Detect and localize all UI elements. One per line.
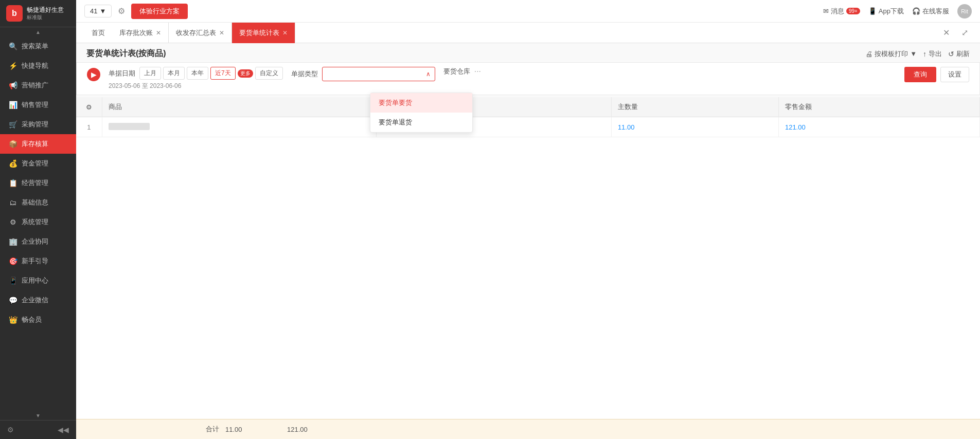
last-7days-btn[interactable]: 近7天	[210, 67, 236, 80]
sidebar-scroll-up[interactable]: ▲	[0, 27, 76, 36]
page-actions: 🖨 按模板打印 ▼ ↑ 导出 ↺ 刷新	[865, 49, 970, 59]
more-dates-badge[interactable]: 更多	[238, 69, 253, 78]
tab-expand-button[interactable]: ⤢	[957, 26, 972, 40]
basic-icon: 🗂	[8, 198, 17, 207]
sidebar-item-appstore[interactable]: 📱 应用中心	[0, 271, 76, 290]
sidebar-item-operations[interactable]: 📋 经营管理	[0, 173, 76, 193]
export-label: 导出	[929, 49, 942, 59]
sidebar-footer: ⚙ ◀◀	[0, 420, 76, 439]
tab-label: 库存批次账	[119, 28, 153, 38]
warehouse-label: 要货仓库	[443, 67, 470, 76]
prev-month-btn[interactable]: 上月	[139, 67, 161, 80]
trial-button[interactable]: 体验行业方案	[131, 4, 188, 19]
footer-label: 合计	[82, 425, 219, 434]
sidebar-item-wechat[interactable]: 💬 企业微信	[0, 290, 76, 310]
col-quantity: 主数量	[611, 97, 778, 117]
row-seq: 1	[76, 117, 102, 137]
date-range-buttons: 上月 本月 本年 近7天 更多 自定义	[139, 67, 283, 80]
marketing-icon: 📢	[8, 81, 17, 90]
sidebar-item-member[interactable]: 👑 畅会员	[0, 310, 76, 330]
topbar-left: 41 ▼ ⚙ 体验行业方案	[84, 4, 188, 19]
row-amount: 121.00	[778, 117, 979, 137]
online-service-item[interactable]: 🎧 在线客服	[912, 7, 949, 16]
app-download-item[interactable]: 📱 App下载	[868, 7, 904, 16]
system-icon: ⚙	[8, 217, 17, 227]
user-avatar[interactable]: Rit	[957, 4, 972, 19]
query-button[interactable]: 查询	[904, 67, 936, 82]
message-item[interactable]: ✉ 消息 99+	[823, 7, 860, 16]
sidebar-item-inventory[interactable]: 📦 库存核算	[0, 134, 76, 154]
export-action[interactable]: ↑ 导出	[923, 49, 942, 59]
sidebar-item-purchase[interactable]: 🛒 采购管理	[0, 115, 76, 134]
app-name: 畅捷通好生意	[27, 6, 64, 14]
sidebar-item-label: 快捷导航	[22, 61, 48, 70]
col-product: 商品	[102, 97, 376, 117]
member-icon: 👑	[8, 315, 17, 324]
sales-icon: 📊	[8, 100, 17, 109]
settings-icon[interactable]: ⚙	[7, 426, 14, 434]
type-select[interactable]: ∧	[322, 67, 435, 81]
sidebar-item-quicknav[interactable]: ⚡ 快捷导航	[0, 56, 76, 76]
sidebar-item-basic[interactable]: 🗂 基础信息	[0, 193, 76, 212]
sidebar-item-label: 营销推广	[22, 81, 48, 90]
tab-close-all-button[interactable]: ✕	[939, 26, 953, 40]
print-action[interactable]: 🖨 按模板打印 ▼	[865, 49, 917, 59]
sidebar-item-search[interactable]: 🔍 搜索菜单	[0, 36, 76, 56]
sidebar-item-finance[interactable]: 💰 资金管理	[0, 154, 76, 173]
footer-quantity: 11.00	[219, 426, 281, 433]
dropdown-item-return[interactable]: 要货单退货	[370, 113, 472, 132]
company-selector[interactable]: 41 ▼	[84, 5, 112, 17]
tabbar-actions: ✕ ⤢	[939, 26, 972, 40]
page-area: 要货单统计表(按商品) 🖨 按模板打印 ▼ ↑ 导出 ↺ 刷新 ▶	[76, 43, 980, 439]
tab-close-icon[interactable]: ✕	[156, 29, 161, 36]
message-label: 消息	[831, 7, 844, 16]
app-download-label: App下载	[879, 7, 904, 16]
tabbar: 首页 库存批次账 ✕ 收发存汇总表 ✕ 要货单统计表 ✕ ✕ ⤢	[76, 23, 980, 43]
curr-month-btn[interactable]: 本月	[163, 67, 185, 80]
collapse-icon[interactable]: ◀◀	[58, 426, 69, 434]
tab-close-icon[interactable]: ✕	[282, 29, 288, 36]
sidebar-item-sales[interactable]: 📊 销售管理	[0, 95, 76, 115]
purchase-icon: 🛒	[8, 120, 17, 129]
enterprise-icon: 🏢	[8, 237, 17, 246]
filter-actions: 查询 设置	[904, 67, 969, 82]
sidebar-scroll-down[interactable]: ▼	[0, 411, 76, 420]
refresh-label: 刷新	[956, 49, 970, 59]
warehouse-more-btn[interactable]: ···	[474, 67, 481, 76]
table-settings-icon[interactable]: ⚙	[86, 103, 92, 111]
operations-icon: 📋	[8, 178, 17, 188]
service-icon: 🎧	[912, 7, 920, 15]
sidebar-item-system[interactable]: ⚙ 系统管理	[0, 212, 76, 232]
filter-expand-button[interactable]: ▶	[87, 68, 100, 81]
sidebar-item-label: 销售管理	[22, 100, 48, 109]
tab-order-stats[interactable]: 要货单统计表 ✕	[232, 23, 295, 43]
topbar-settings-icon[interactable]: ⚙	[118, 6, 125, 16]
app-sub: 标准版	[27, 14, 64, 21]
sidebar-item-label: 应用中心	[22, 276, 48, 285]
tab-close-icon[interactable]: ✕	[219, 29, 224, 36]
sidebar-item-marketing[interactable]: 📢 营销推广	[0, 76, 76, 95]
tab-home[interactable]: 首页	[84, 23, 112, 43]
dropdown-item-order[interactable]: 要货单要货	[370, 93, 472, 113]
data-table: ⚙ 商品 主计量单位 主数量 零售金额 1 块	[76, 97, 980, 137]
tab-collection[interactable]: 收发存汇总表 ✕	[169, 23, 232, 43]
custom-date-btn[interactable]: 自定义	[255, 67, 283, 80]
curr-year-btn[interactable]: 本年	[187, 67, 208, 80]
col-settings[interactable]: ⚙	[76, 97, 102, 117]
page-header: 要货单统计表(按商品) 🖨 按模板打印 ▼ ↑ 导出 ↺ 刷新	[76, 43, 980, 62]
sidebar-item-enterprise[interactable]: 🏢 企业协同	[0, 232, 76, 251]
refresh-action[interactable]: ↺ 刷新	[948, 49, 970, 59]
page-title: 要货单统计表(按商品)	[86, 48, 166, 59]
filter-warehouse-group: 要货仓库 ···	[443, 67, 481, 76]
sidebar-item-guide[interactable]: 🎯 新手引导	[0, 251, 76, 271]
date-range-text: 2023-05-06 至 2023-06-06	[109, 82, 283, 90]
sidebar-item-label: 搜索菜单	[22, 42, 48, 51]
filter-bar: ▶ 单据日期 上月 本月 本年 近7天 更多 自定义 2023-05-06 至 …	[76, 62, 980, 95]
row-product	[102, 117, 376, 137]
settings-button[interactable]: 设置	[940, 67, 969, 82]
logo-icon: b	[6, 5, 23, 22]
sidebar-item-label: 资金管理	[22, 159, 48, 168]
tab-inventory-batch[interactable]: 库存批次账 ✕	[112, 23, 169, 43]
app-logo: b 畅捷通好生意 标准版	[0, 0, 76, 27]
sidebar-item-label: 经营管理	[22, 178, 48, 188]
